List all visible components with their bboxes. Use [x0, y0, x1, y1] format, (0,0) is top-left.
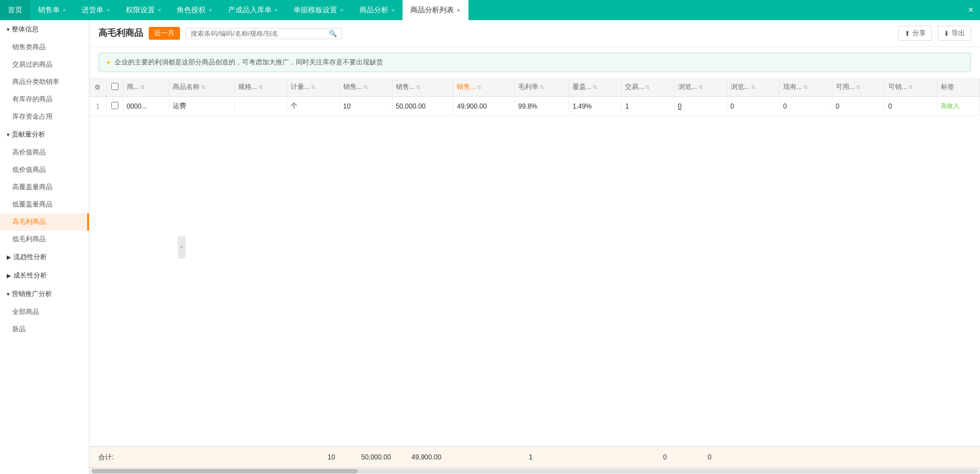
sidebar-item-high-margin[interactable]: 高毛利商品 — [0, 213, 89, 231]
footer-sales2: 50,000.00 — [361, 453, 411, 461]
col-transactions[interactable]: 交易...⇅ — [622, 78, 674, 97]
horizontal-scrollbar[interactable] — [89, 467, 980, 474]
search-input[interactable] — [191, 30, 329, 37]
row-unit: 个 — [287, 97, 339, 116]
arrow-icon: ▾ — [7, 26, 10, 32]
sidebar-item-sales-products[interactable]: 销售类商品 — [0, 39, 89, 56]
col-spec[interactable]: 规格...⇅ — [234, 78, 287, 97]
sidebar-item-inventory-capital[interactable]: 库存资金占用 — [0, 108, 89, 125]
table-row: 1 0000... 运费 个 — [89, 97, 980, 116]
sort-icon-4: ⇅ — [311, 84, 315, 90]
row-browse1[interactable]: 0 — [674, 97, 727, 116]
sidebar-item-all-products[interactable]: 全部商品 — [0, 303, 89, 321]
export-icon: ⬇ — [944, 30, 949, 37]
sidebar-group-overall-info[interactable]: ▾ 整体信息 — [0, 20, 89, 39]
close-sales-order[interactable]: × — [63, 7, 66, 13]
content-area: « 高毛利商品 近一月 🔍 ⬆ 分享 ⬇ 导出 ✦ 企业的主要的利润都是这部分商… — [89, 20, 980, 474]
col-sales2[interactable]: 销售...⇅ — [392, 78, 453, 97]
col-browse1[interactable]: 浏览...⇅ — [674, 78, 727, 97]
sidebar-collapse-button[interactable]: « — [178, 236, 186, 259]
sidebar-item-product-category-rate[interactable]: 商品分类助销率 — [0, 73, 89, 91]
sort-icon-13: ⇅ — [803, 84, 808, 90]
sidebar-item-low-value[interactable]: 低价值商品 — [0, 161, 89, 179]
close-product-inbound[interactable]: × — [274, 7, 278, 13]
col-tag[interactable]: 标签 — [937, 78, 979, 97]
col-saleable-stock[interactable]: 可销...⇅ — [884, 78, 937, 97]
nav-doc-template[interactable]: 单据模板设置 × — [286, 0, 351, 20]
search-icon[interactable]: 🔍 — [329, 30, 337, 37]
row-select-checkbox[interactable] — [111, 102, 119, 109]
arrow-icon-3: ▶ — [7, 254, 11, 260]
row-current: 0 — [779, 97, 832, 116]
scrollbar-thumb[interactable] — [92, 469, 358, 473]
sort-icon-8: ⇅ — [539, 84, 544, 90]
nav-role-auth[interactable]: 角色授权 × — [169, 0, 220, 20]
col-name[interactable]: 商品名称⇅ — [169, 78, 234, 97]
close-product-analysis[interactable]: × — [391, 7, 395, 13]
sidebar-item-low-coverage[interactable]: 低覆盖量商品 — [0, 196, 89, 213]
nav-sales-order[interactable]: 销售单 × — [30, 0, 74, 20]
nav-product-analysis[interactable]: 商品分析 × — [352, 0, 403, 20]
footer-sales1: 10 — [328, 453, 361, 461]
sidebar-item-high-coverage[interactable]: 高覆盖量商品 — [0, 179, 89, 196]
sort-icon-11: ⇅ — [698, 84, 703, 90]
col-available-stock[interactable]: 可用...⇅ — [832, 78, 884, 97]
search-box: 🔍 — [186, 28, 342, 39]
row-sales1: 10 — [339, 97, 392, 116]
row-coverage: 1.49% — [569, 97, 622, 116]
sidebar-group-trend-analysis[interactable]: ▶ 流趋性分析 — [0, 248, 89, 266]
nav-product-inbound[interactable]: 产成品入库单 × — [220, 0, 286, 20]
nav-product-analysis-list[interactable]: 商品分析列表 × — [403, 0, 468, 20]
info-icon: ✦ — [106, 59, 111, 67]
nav-purchase-order[interactable]: 进货单 × — [74, 0, 117, 20]
sort-icon-12: ⇅ — [751, 84, 755, 90]
arrow-icon-4: ▶ — [7, 273, 11, 279]
col-sales1[interactable]: 销售...⇅ — [339, 78, 392, 97]
sidebar-group-growth-analysis[interactable]: ▶ 成长性分析 — [0, 266, 89, 285]
sidebar-item-in-stock-products[interactable]: 有库存的商品 — [0, 91, 89, 108]
footer-sales3: 49,900.00 — [411, 453, 462, 461]
footer-total-row: 合计: 10 50,000.00 49,900.00 1 0 0 — [89, 446, 980, 467]
close-role-auth[interactable]: × — [209, 7, 212, 13]
data-table: ⚙ 商...⇅ 商品名称⇅ 规格...⇅ 计量...⇅ 销售...⇅ 销售...… — [89, 78, 980, 116]
sidebar-item-low-margin[interactable]: 低毛利商品 — [0, 231, 89, 248]
row-code: 0000... — [123, 97, 169, 116]
col-gross-rate[interactable]: 毛利率⇅ — [515, 78, 569, 97]
row-checkbox — [106, 97, 123, 116]
filter-button[interactable]: 近一月 — [149, 27, 180, 40]
main-layout: ▾ 整体信息 销售类商品 交易过的商品 商品分类助销率 有库存的商品 库存资金占… — [0, 20, 980, 474]
sidebar-group-contribution-analysis[interactable]: ▾ 贡献量分析 — [0, 125, 89, 144]
col-code[interactable]: 商...⇅ — [123, 78, 169, 97]
export-button[interactable]: ⬇ 导出 — [938, 26, 971, 41]
sort-icon-2: ⇅ — [201, 84, 205, 90]
row-available: 0 — [832, 97, 884, 116]
table-header-row: ⚙ 商...⇅ 商品名称⇅ 规格...⇅ 计量...⇅ 销售...⇅ 销售...… — [89, 78, 980, 97]
row-gross-rate: 99.8% — [515, 97, 569, 116]
row-sales3: 49,900.00 — [453, 97, 515, 116]
col-settings[interactable]: ⚙ — [89, 78, 106, 97]
close-purchase-order[interactable]: × — [106, 7, 110, 13]
col-coverage[interactable]: 覆盖...⇅ — [569, 78, 622, 97]
select-all-checkbox[interactable] — [111, 83, 119, 90]
page-title: 高毛利商品 — [98, 27, 143, 39]
share-icon: ⬆ — [905, 30, 910, 37]
nav-permission-settings[interactable]: 权限设置 × — [118, 0, 169, 20]
share-button[interactable]: ⬆ 分享 — [898, 26, 932, 41]
close-window-button[interactable]: × — [962, 0, 980, 20]
col-sales3[interactable]: 销售...⇅ — [453, 78, 515, 97]
sort-icon-5: ⇅ — [363, 84, 368, 90]
col-checkbox — [106, 78, 123, 97]
col-current-stock[interactable]: 现有...⇅ — [779, 78, 832, 97]
close-doc-template[interactable]: × — [340, 7, 343, 13]
close-permission-settings[interactable]: × — [158, 7, 161, 13]
sidebar: ▾ 整体信息 销售类商品 交易过的商品 商品分类助销率 有库存的商品 库存资金占… — [0, 20, 89, 474]
sort-icon-7: ⇅ — [477, 84, 481, 90]
sidebar-item-traded-products[interactable]: 交易过的商品 — [0, 56, 89, 73]
sidebar-item-high-value[interactable]: 高价值商品 — [0, 144, 89, 161]
sidebar-item-new-products[interactable]: 新品 — [0, 321, 89, 338]
col-browse2[interactable]: 浏览...⇅ — [727, 78, 779, 97]
sidebar-group-marketing-analysis[interactable]: ▾ 营销推广分析 — [0, 285, 89, 303]
close-product-analysis-list[interactable]: × — [457, 7, 460, 13]
nav-home[interactable]: 首页 — [0, 0, 30, 20]
col-unit[interactable]: 计量...⇅ — [287, 78, 339, 97]
